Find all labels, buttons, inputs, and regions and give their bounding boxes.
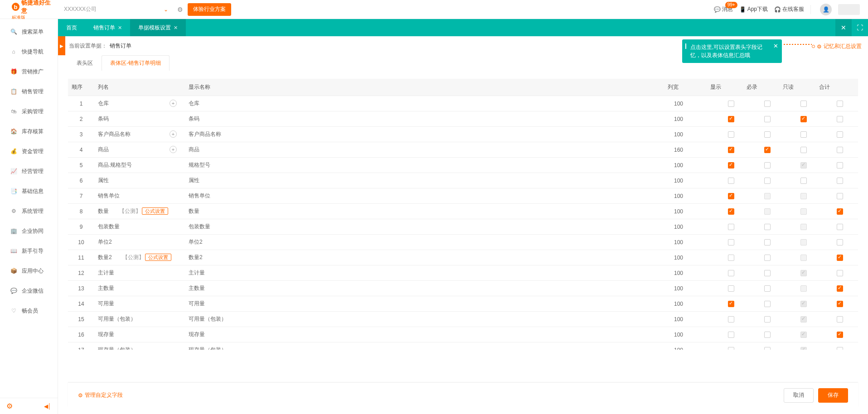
user-avatar[interactable]: 👤	[820, 4, 832, 15]
sidebar-item[interactable]: ♡畅会员	[0, 301, 58, 321]
sidebar-item[interactable]: 📖新手引导	[0, 241, 58, 261]
checkbox[interactable]	[837, 178, 843, 184]
tab[interactable]: 首页	[58, 19, 85, 36]
subtab[interactable]: 表体区-销售订单明细	[102, 55, 170, 71]
checkbox[interactable]	[800, 101, 807, 107]
checkbox[interactable]	[764, 101, 771, 107]
formula-link[interactable]: 公式设置	[142, 207, 168, 215]
sidebar-item[interactable]: 💬企业微信	[0, 281, 58, 301]
subtab[interactable]: 表头区	[68, 55, 102, 71]
messages-button[interactable]: 💬 消息 99+	[714, 5, 733, 13]
checkbox[interactable]	[728, 162, 734, 168]
industry-plan-button[interactable]: 体验行业方案	[188, 3, 231, 16]
checkbox[interactable]	[764, 255, 771, 261]
checkbox[interactable]	[837, 101, 843, 107]
checkbox[interactable]	[764, 116, 771, 122]
checkbox[interactable]	[728, 332, 734, 338]
checkbox[interactable]	[728, 270, 734, 276]
tab-fullscreen-icon[interactable]: ⛶	[852, 19, 868, 36]
tooltip-close-icon[interactable]: ✕	[773, 42, 778, 51]
checkbox[interactable]	[837, 239, 843, 246]
checkbox[interactable]	[837, 301, 843, 307]
checkbox[interactable]	[764, 301, 771, 307]
app-download-button[interactable]: 📱 App下载	[739, 5, 768, 13]
tab-close-icon[interactable]: ✕	[118, 25, 122, 31]
sidebar-item[interactable]: 📋销售管理	[0, 82, 58, 101]
sidebar-item[interactable]: 📦应用中心	[0, 261, 58, 281]
checkbox[interactable]	[800, 116, 807, 122]
checkbox[interactable]	[837, 193, 843, 199]
user-panel[interactable]	[838, 4, 860, 15]
sidebar-item[interactable]: 🏢企业协同	[0, 221, 58, 241]
checkbox[interactable]	[764, 316, 771, 323]
formula-link[interactable]: 公式设置	[145, 254, 171, 261]
checkbox[interactable]	[764, 239, 771, 246]
checkbox[interactable]	[728, 131, 734, 138]
sidebar-item[interactable]: 🏠库存核算	[0, 121, 58, 141]
memory-summary-link[interactable]: ⚙ 记忆和汇总设置	[812, 43, 862, 50]
checkbox[interactable]	[837, 285, 843, 292]
checkbox[interactable]	[728, 147, 734, 153]
sidebar-collapse-icon[interactable]: ◀│	[44, 403, 52, 409]
checkbox[interactable]	[764, 270, 771, 276]
sidebar-item[interactable]: 📑基础信息	[0, 181, 58, 201]
checkbox[interactable]	[764, 285, 771, 292]
breadcrumb-handle-icon[interactable]: ▶	[58, 36, 65, 55]
tab[interactable]: 单据模板设置✕	[130, 19, 186, 36]
checkbox[interactable]	[728, 255, 734, 261]
checkbox[interactable]	[800, 131, 807, 138]
company-select[interactable]: XXXXXX公司 ⌄	[59, 3, 173, 16]
checkbox[interactable]	[728, 347, 734, 350]
checkbox[interactable]	[728, 316, 734, 323]
checkbox[interactable]	[728, 101, 734, 107]
checkbox[interactable]	[837, 116, 843, 122]
tab[interactable]: 销售订单✕	[85, 19, 130, 36]
sidebar-item[interactable]: 🔍搜索菜单	[0, 22, 58, 42]
checkbox[interactable]	[837, 347, 843, 350]
checkbox[interactable]	[728, 301, 734, 307]
sidebar-item[interactable]: 💰资金管理	[0, 141, 58, 161]
checkbox[interactable]	[837, 208, 843, 215]
checkbox[interactable]	[837, 131, 843, 138]
checkbox[interactable]	[837, 316, 843, 323]
sidebar-settings-icon[interactable]: ⚙	[6, 402, 13, 410]
save-button[interactable]: 保存	[818, 388, 848, 403]
checkbox[interactable]	[728, 208, 734, 215]
checkbox[interactable]	[764, 162, 771, 168]
manage-custom-fields-link[interactable]: ⚙ 管理自定义字段	[78, 391, 123, 399]
checkbox[interactable]	[728, 224, 734, 230]
cancel-button[interactable]: 取消	[784, 388, 814, 403]
checkbox[interactable]	[728, 239, 734, 246]
settings-gear-icon[interactable]: ⚙	[177, 6, 183, 13]
checkbox[interactable]	[728, 285, 734, 292]
online-service-button[interactable]: 🎧 在线客服	[774, 5, 804, 13]
tab-close-icon[interactable]: ✕	[174, 25, 178, 31]
add-icon[interactable]: +	[170, 146, 177, 153]
checkbox[interactable]	[764, 147, 771, 153]
sidebar-item[interactable]: 🎁营销推广	[0, 62, 58, 82]
sidebar-item[interactable]: ⌂快捷导航	[0, 42, 58, 62]
checkbox[interactable]	[837, 162, 843, 168]
checkbox[interactable]	[837, 224, 843, 230]
checkbox[interactable]	[837, 147, 843, 153]
checkbox[interactable]	[728, 193, 734, 199]
checkbox	[764, 193, 771, 199]
checkbox[interactable]	[764, 332, 771, 338]
checkbox[interactable]	[837, 332, 843, 338]
checkbox[interactable]	[837, 270, 843, 276]
checkbox[interactable]	[837, 255, 843, 261]
checkbox[interactable]	[728, 178, 734, 184]
add-icon[interactable]: +	[170, 100, 177, 107]
sidebar-item[interactable]: 📈经营管理	[0, 161, 58, 181]
checkbox[interactable]	[728, 116, 734, 122]
checkbox[interactable]	[800, 147, 807, 153]
sidebar-item[interactable]: ⚙系统管理	[0, 201, 58, 221]
checkbox[interactable]	[764, 224, 771, 230]
checkbox[interactable]	[800, 178, 807, 184]
checkbox[interactable]	[764, 131, 771, 138]
checkbox[interactable]	[764, 347, 771, 350]
checkbox[interactable]	[764, 178, 771, 184]
tab-close-all-icon[interactable]: ✕	[835, 19, 852, 36]
add-icon[interactable]: +	[170, 130, 177, 138]
sidebar-item[interactable]: 🛍采购管理	[0, 101, 58, 121]
